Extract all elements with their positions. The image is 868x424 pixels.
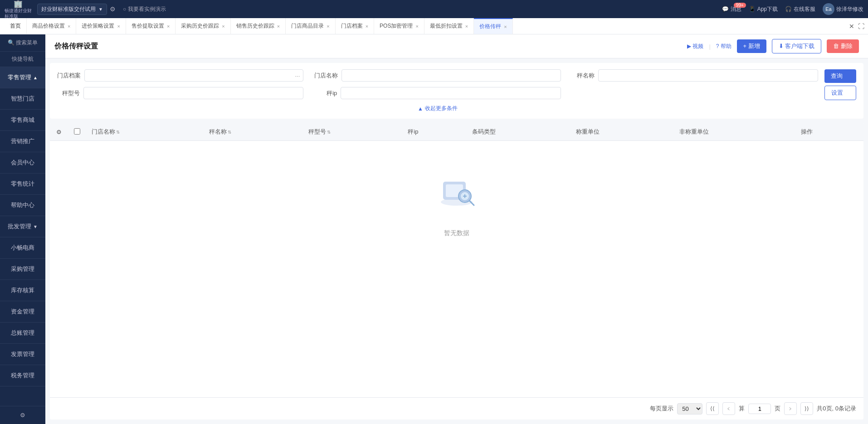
download-button[interactable]: ⬇ 客户端下载: [772, 39, 822, 53]
sidebar-item-finance[interactable]: 资金管理: [0, 301, 45, 323]
close-icon[interactable]: ×: [117, 24, 120, 29]
tab-label: 售价提取设置: [132, 22, 164, 30]
total-info: 共0页, 0条记录: [817, 405, 856, 413]
sidebar-item-retail-stats[interactable]: 零售统计: [0, 173, 45, 195]
close-icon[interactable]: ×: [465, 24, 468, 29]
logo-text: 畅捷通好业财 标准版: [5, 8, 32, 19]
close-icon[interactable]: ×: [68, 24, 70, 29]
filter-row-1: 门店档案 ··· 门店名称 秤名称: [57, 69, 818, 82]
sidebar-item-purchase[interactable]: 采购管理: [0, 259, 45, 280]
page-number-input[interactable]: [748, 404, 771, 414]
tab-label: 商品价格设置: [32, 22, 65, 30]
tab-bar: 首页 商品价格设置 × 进价策略设置 × 售价提取设置 × 采购历史价跟踪 × …: [0, 18, 868, 34]
close-icon[interactable]: ×: [277, 24, 280, 29]
per-page-select[interactable]: 50 20 100: [677, 403, 702, 414]
sidebar-item-tax[interactable]: 税务管理: [0, 365, 45, 386]
sidebar-item-invoice[interactable]: 发票管理: [0, 344, 45, 365]
table-header-row: ⚙ 门店名称⇅ 秤名称⇅ 秤型号⇅ 秤ip 条码类型 称重单位 非称重单位 操作: [50, 123, 863, 141]
filter-scale-ip: 秤ip: [314, 87, 561, 99]
sidebar-item-inventory[interactable]: 库存核算: [0, 280, 45, 301]
delete-button[interactable]: 🗑 删除: [827, 39, 859, 53]
close-icon[interactable]: ×: [504, 24, 507, 29]
filter-store-name-input[interactable]: [341, 69, 561, 82]
filter-store-archive: 门店档案 ···: [57, 69, 303, 82]
gear-icon: ⚙: [56, 129, 62, 135]
first-page-button[interactable]: ⟨⟨: [706, 402, 719, 415]
sidebar-item-marketing[interactable]: 营销推广: [0, 131, 45, 152]
filter-scale-name-input[interactable]: [598, 69, 818, 82]
close-icon[interactable]: ×: [222, 24, 224, 29]
th-store-name: 门店名称⇅: [86, 123, 204, 141]
filter-store-name-label: 门店名称: [314, 72, 338, 80]
top-bar: 🏢 畅捷通好业财 标准版 好业财标准版交付试用 ▼ ⚙ ○ 我要看实例演示 💬 …: [0, 0, 868, 18]
query-button[interactable]: 查询: [824, 69, 856, 83]
sidebar-item-smart-store[interactable]: 智慧门店: [0, 88, 45, 110]
tab-sale-history[interactable]: 销售历史价跟踪 ×: [231, 18, 286, 34]
messages-button[interactable]: 💬 消息 99+: [722, 5, 741, 13]
table-area: ⚙ 门店名称⇅ 秤名称⇅ 秤型号⇅ 秤ip 条码类型 称重单位 非称重单位 操作: [50, 123, 863, 419]
add-button[interactable]: + 新增: [737, 39, 766, 53]
messages-badge: 99+: [734, 3, 746, 8]
tab-store-catalog[interactable]: 门店商品目录 ×: [286, 18, 335, 34]
user-menu[interactable]: Ea 徐泽华修改: [823, 3, 863, 15]
tab-purchase-history[interactable]: 采购历史价跟踪 ×: [176, 18, 230, 34]
sidebar-item-member[interactable]: 会员中心: [0, 152, 45, 173]
collapse-filter-button[interactable]: ▲ 收起更多条件: [57, 105, 818, 112]
next-page-button[interactable]: ﹥: [784, 402, 797, 415]
prev-page-button[interactable]: ﹤: [722, 402, 735, 415]
sidebar-quick-nav[interactable]: 快捷导航: [0, 52, 45, 67]
sidebar: 🔍 搜索菜单 快捷导航 零售管理 ▲ 智慧门店 零售商城 营销推广 会员中心 零…: [0, 34, 45, 424]
version-selector[interactable]: 好业财标准版交付试用 ▼: [37, 4, 107, 15]
select-all-checkbox[interactable]: [74, 128, 80, 135]
sidebar-item-ledger[interactable]: 总账管理: [0, 323, 45, 344]
close-icon[interactable]: ×: [167, 24, 170, 29]
sidebar-settings-button[interactable]: ⚙: [0, 406, 45, 424]
page-suffix: 页: [775, 405, 780, 413]
tab-price-transmit[interactable]: 价格传秤 ×: [474, 18, 512, 34]
sort-icon[interactable]: ⇅: [228, 130, 231, 135]
th-gear[interactable]: ⚙: [50, 123, 68, 141]
last-page-button[interactable]: ⟩⟩: [800, 402, 813, 415]
filter-store-archive-input[interactable]: [84, 69, 303, 82]
close-icon[interactable]: ×: [366, 24, 368, 29]
close-icon[interactable]: ×: [415, 24, 418, 29]
tab-bar-controls: ✕ ⛶: [849, 23, 868, 30]
logo: 🏢 畅捷通好业财 标准版: [5, 0, 32, 19]
tab-price-setting[interactable]: 商品价格设置 ×: [27, 18, 76, 34]
more-icon[interactable]: ···: [295, 72, 300, 79]
empty-state-row: 暂无数据: [50, 141, 863, 265]
sidebar-item-ecommerce[interactable]: 小畅电商: [0, 237, 45, 259]
sort-icon[interactable]: ⇅: [327, 130, 331, 135]
set-button[interactable]: 设置: [824, 86, 856, 100]
sidebar-item-retail[interactable]: 零售管理 ▲: [0, 67, 45, 88]
close-icon[interactable]: ×: [327, 24, 329, 29]
sidebar-search[interactable]: 🔍 搜索菜单: [0, 34, 45, 52]
close-all-icon[interactable]: ✕: [849, 23, 854, 30]
filter-scale-model-input[interactable]: [83, 87, 303, 99]
filter-scale-ip-input[interactable]: [341, 87, 561, 99]
sidebar-item-wholesale[interactable]: 批发管理 ▼: [0, 216, 45, 237]
app-download-button[interactable]: 📱 App下载: [749, 5, 778, 13]
tab-pos-management[interactable]: POS加密管理 ×: [374, 18, 424, 34]
th-barcode-type: 条码类型: [467, 123, 570, 141]
sidebar-item-online-store[interactable]: 零售商城: [0, 110, 45, 131]
tab-home[interactable]: 首页: [5, 18, 27, 34]
tab-sale-price[interactable]: 售价提取设置 ×: [126, 18, 176, 34]
help-link[interactable]: ? 帮助: [716, 43, 731, 50]
sidebar-item-help[interactable]: 帮助中心: [0, 195, 45, 216]
tab-store-archive[interactable]: 门店档案 ×: [336, 18, 374, 34]
tab-purchase-strategy[interactable]: 进价策略设置 ×: [76, 18, 126, 34]
demo-link[interactable]: ○ 我要看实例演示: [123, 5, 166, 13]
headset-icon: 🎧: [785, 6, 792, 12]
th-label: 秤型号: [308, 128, 326, 135]
page-header-actions: ▶ 视频 | ? 帮助 + 新增 ⬇ 客户端下载 🗑 删除: [687, 39, 859, 53]
settings-icon[interactable]: ⚙: [110, 5, 116, 13]
sidebar-label: 发票管理: [11, 350, 34, 358]
demo-icon: ○: [123, 6, 126, 12]
video-link[interactable]: ▶ 视频: [687, 43, 703, 50]
sort-icon[interactable]: ⇅: [116, 130, 120, 135]
th-checkbox[interactable]: [68, 123, 86, 141]
online-service-button[interactable]: 🎧 在线客服: [785, 5, 815, 13]
fullscreen-icon[interactable]: ⛶: [858, 23, 864, 30]
tab-min-discount[interactable]: 最低折扣设置 ×: [424, 18, 474, 34]
